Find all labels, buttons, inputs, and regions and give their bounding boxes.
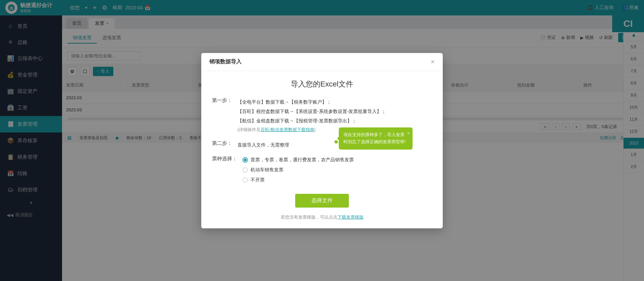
ticket-label-noticket: 不开票 bbox=[251, 177, 265, 183]
ticket-options: 普票，专票，卷票，通行费发票，农产品销售发票机动车销售发票不开票 bbox=[243, 157, 354, 187]
tooltip-bubble: × 现在支持的票种多了，导入发票时别忘了选择正确的发票类型呀! bbox=[339, 127, 413, 150]
step2-content: 直接导入文件，无需整理 bbox=[237, 140, 289, 150]
radio-noticket bbox=[243, 177, 248, 183]
step1-line2: 【百旺】税控盘数据下载→【系统设置-系统参数设置-发票批量导入】； bbox=[237, 107, 386, 116]
modal-title: 销项数据导入 bbox=[209, 58, 241, 65]
ticket-label-general: 普票，专票，卷票，通行费发票，农产品销售发票 bbox=[251, 157, 354, 163]
download-guide-link[interactable]: 百旺/航信发票数据下载指南 bbox=[261, 127, 314, 132]
modal-excel-title: 导入您的Excel文件 bbox=[212, 79, 432, 89]
modal-header: 销项数据导入 × bbox=[201, 53, 443, 71]
select-file-button[interactable]: 选择文件 bbox=[295, 194, 349, 208]
ticket-option-motor[interactable]: 机动车销售发票 bbox=[243, 167, 354, 173]
radio-general bbox=[243, 157, 248, 163]
ticket-label-motor: 机动车销售发票 bbox=[251, 167, 283, 173]
ticket-option-general[interactable]: 普票，专票，卷票，通行费发票，农产品销售发票 bbox=[243, 157, 354, 163]
modal-close-button[interactable]: × bbox=[431, 58, 435, 65]
modal-overlay[interactable]: 销项数据导入 × 导入您的Excel文件 第一步： 【全电平台】数据下载→【税务… bbox=[0, 0, 644, 281]
tooltip-text: 现在支持的票种多了，导入发票时别忘了选择正确的发票类型呀! bbox=[343, 132, 406, 144]
tooltip-connector-line bbox=[335, 142, 339, 142]
step1-label: 第一步： bbox=[212, 97, 232, 104]
modal-footer: 若您没有发票模版，可以点击下载发票模版 bbox=[212, 214, 432, 220]
step1-line3: 【航信】金税盘数据下载→【报税管理-发票数据导出】； bbox=[237, 116, 386, 125]
ticket-option-noticket[interactable]: 不开票 bbox=[243, 177, 354, 183]
ticket-selection-row: 票种选择： 普票，专票，卷票，通行费发票，农产品销售发票机动车销售发票不开票 bbox=[212, 156, 432, 187]
download-template-link[interactable]: 下载发票模版 bbox=[337, 215, 364, 220]
step2-label: 第二步： bbox=[212, 140, 232, 147]
modal-body: 导入您的Excel文件 第一步： 【全电平台】数据下载→【税务数字账户】； 【百… bbox=[201, 71, 443, 228]
radio-motor bbox=[243, 167, 248, 173]
tooltip-close-button[interactable]: × bbox=[407, 129, 410, 137]
step1-line1: 【全电平台】数据下载→【税务数字账户】； bbox=[237, 97, 386, 107]
ticket-label: 票种选择： bbox=[212, 156, 237, 162]
